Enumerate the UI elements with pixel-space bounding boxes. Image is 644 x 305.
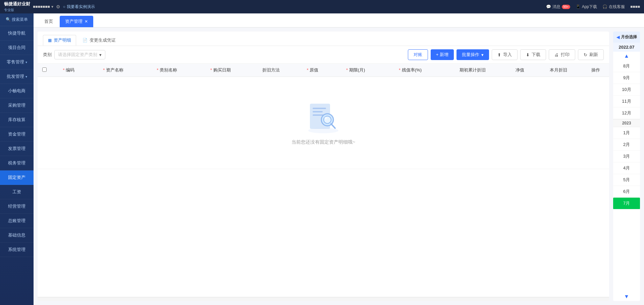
messages-btn[interactable]: 💬 消息 99+ (546, 4, 570, 10)
toolbar-left: 类别 请选择固定资产类别 ▾ (43, 50, 105, 59)
online-service-btn[interactable]: 🎧 在线客服 (602, 4, 625, 10)
message-badge: 99+ (562, 5, 570, 9)
month-item-2023-02[interactable]: 2月 (613, 139, 640, 151)
svg-line-7 (331, 124, 335, 128)
reconcile-button[interactable]: 对账 (408, 49, 428, 60)
refresh-button[interactable]: ↻ 刷新 (578, 49, 604, 60)
category-select[interactable]: 请选择固定资产类别 ▾ (54, 50, 105, 59)
svg-point-8 (324, 117, 327, 119)
sidebar-item-fixed-assets[interactable]: 固定资产 (0, 170, 34, 185)
user-avatar[interactable]: ■■■■ (630, 4, 640, 9)
sidebar-item-operations[interactable]: 经营管理 (0, 199, 34, 214)
month-item-2023-05[interactable]: 5月 (613, 174, 640, 186)
horizontal-scrollbar[interactable] (38, 297, 609, 301)
month-list: 8月 9月 10月 11月 12月 2023 1月 2月 3月 4月 5月 6月… (613, 60, 640, 292)
content-area: 首页 资产管理 ✕ ▦ 资产明细 📄 变更生成凭证 (34, 13, 644, 305)
top-bar-left: 畅捷通好业财 专业版 ■■■■■■■ ▾ ⚙ ○ 我要看实例演示 (4, 1, 542, 12)
month-scroll-up-btn[interactable]: ▲ (624, 53, 629, 59)
sub-tab-change-voucher[interactable]: 📄 变更生成凭证 (77, 35, 121, 46)
col-action: 操作 (582, 64, 609, 77)
top-bar: 畅捷通好业财 专业版 ■■■■■■■ ▾ ⚙ ○ 我要看实例演示 💬 消息 99… (0, 0, 644, 13)
toolbar-right: 对账 + 新增 批量操作 ▾ ⬆ 导入 (408, 49, 604, 60)
svg-rect-3 (313, 111, 323, 112)
month-panel-header: ◀ 月份选择 (613, 32, 640, 43)
top-bar-right: 💬 消息 99+ 📱 App下载 🎧 在线客服 ■■■■ (546, 4, 640, 10)
batch-button[interactable]: 批量操作 ▾ (457, 49, 489, 60)
refresh-icon: ↻ (584, 52, 587, 57)
sidebar-search[interactable]: 🔍 搜索菜单 (0, 13, 34, 26)
download-icon: ⬇ (526, 52, 530, 57)
sidebar-item-system-management[interactable]: 系统管理 (0, 243, 34, 257)
month-item-2022-08[interactable]: 8月 (613, 60, 640, 72)
sidebar-item-mini-commerce[interactable]: 小畅电商 (0, 84, 34, 98)
search-icon: 🔍 (6, 17, 11, 22)
category-label: 类别 (43, 52, 52, 58)
empty-state: 当前您还没有固定资产明细哦~ (40, 80, 606, 165)
select-all-checkbox[interactable] (42, 67, 47, 72)
col-code: 编码 (51, 64, 87, 77)
col-month-dep: 本月折旧 (535, 64, 582, 77)
chevron-down-icon: ▾ (51, 4, 53, 9)
main-panel: ▦ 资产明细 📄 变更生成凭证 类别 请选择固定资产类别 ▾ (38, 32, 609, 301)
toolbar: 类别 请选择固定资产类别 ▾ 对账 + 新增 (38, 46, 609, 64)
month-item-2022-09[interactable]: 9月 (613, 72, 640, 84)
month-item-2023-04[interactable]: 4月 (613, 162, 640, 174)
month-item-2022-11[interactable]: 11月 (613, 96, 640, 107)
month-nav-up: ▲ (613, 52, 640, 60)
sidebar-item-purchase-management[interactable]: 采购管理 (0, 98, 34, 113)
category-placeholder: 请选择固定资产类别 (58, 52, 97, 58)
sidebar-item-basic-info[interactable]: 基础信息 (0, 228, 34, 243)
sub-tab-asset-detail[interactable]: ▦ 资产明细 (43, 35, 76, 46)
sidebar-item-fund-management[interactable]: 资金管理 (0, 127, 34, 142)
sidebar-item-retail-management[interactable]: 零售管理 ▾ (0, 55, 34, 69)
col-category: 类别名称 (140, 64, 194, 77)
settings-icon[interactable]: ⚙ (56, 4, 60, 9)
company-selector[interactable]: ■■■■■■■ ▾ (33, 4, 53, 9)
demo-link[interactable]: ○ 我要看实例演示 (63, 4, 95, 10)
col-purchase-date: 购买日期 (194, 64, 247, 77)
col-name: 资产名称 (87, 64, 140, 77)
add-button[interactable]: + 新增 (431, 49, 454, 60)
download-button[interactable]: ⬇ 下载 (520, 49, 546, 60)
sidebar-item-tax-management[interactable]: 税务管理 (0, 156, 34, 170)
page-content: ▦ 资产明细 📄 变更生成凭证 类别 请选择固定资产类别 ▾ (34, 28, 644, 305)
app-name: 畅捷通好业财 专业版 (4, 1, 30, 12)
import-icon: ⬆ (497, 52, 501, 57)
phone-icon: 📱 (576, 4, 581, 9)
month-scroll-down-btn[interactable]: ▼ (624, 294, 629, 300)
month-item-2022-10[interactable]: 10月 (613, 84, 640, 96)
tab-home[interactable]: 首页 (39, 16, 58, 27)
chevron-icon: ▾ (25, 60, 27, 64)
month-item-2023-03[interactable]: 3月 (613, 151, 640, 162)
chevron-icon: ▾ (25, 75, 27, 79)
tab-close-icon[interactable]: ✕ (85, 19, 88, 24)
col-net-value: 净值 (505, 64, 535, 77)
month-nav-down: ▼ (613, 292, 640, 301)
sidebar-item-project-contract[interactable]: 项目合同 (0, 41, 34, 55)
sidebar-item-quick-nav[interactable]: 快捷导航 (0, 26, 34, 41)
batch-dropdown-icon: ▾ (481, 52, 484, 57)
sidebar-item-wholesale-management[interactable]: 批发管理 ▾ (0, 69, 34, 84)
company-name: ■■■■■■■ (33, 4, 50, 9)
print-button[interactable]: 🖨 打印 (549, 49, 575, 60)
sidebar-item-general-ledger[interactable]: 总账管理 (0, 214, 34, 228)
col-residual-rate: 残值率(%) (381, 64, 440, 77)
col-original-value: 原值 (295, 64, 330, 77)
voucher-icon: 📄 (83, 38, 88, 43)
year-2023-label: 2023 (613, 119, 640, 127)
month-item-2022-12[interactable]: 12月 (613, 107, 640, 119)
month-item-2023-07[interactable]: 7月 (613, 198, 640, 209)
import-button[interactable]: ⬆ 导入 (492, 49, 518, 60)
month-item-2023-06[interactable]: 6月 (613, 186, 640, 198)
sidebar-item-invoice-management[interactable]: 发票管理 (0, 142, 34, 156)
sidebar-item-inventory[interactable]: 库存核算 (0, 113, 34, 127)
col-period: 期限(月) (330, 64, 381, 77)
month-item-2023-01[interactable]: 1月 (613, 127, 640, 139)
table-container: 编码 资产名称 类别名称 购买日期 折旧方法 原值 期限(月) 残值率(%) 期… (38, 64, 609, 297)
message-icon: 💬 (546, 4, 551, 9)
collapse-icon[interactable]: ◀ (616, 35, 620, 40)
app-download-btn[interactable]: 📱 App下载 (576, 4, 597, 10)
assets-table: 编码 资产名称 类别名称 购买日期 折旧方法 原值 期限(月) 残值率(%) 期… (38, 64, 609, 169)
tab-asset-management[interactable]: 资产管理 ✕ (60, 16, 93, 27)
sidebar-item-salary[interactable]: 工资 (0, 185, 34, 199)
